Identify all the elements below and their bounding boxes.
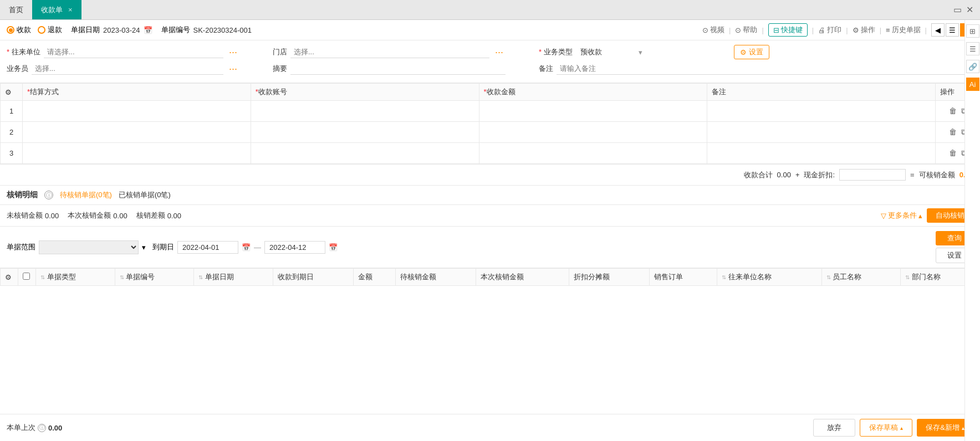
- checkbox-header[interactable]: [18, 269, 36, 286]
- row-3-amount-input[interactable]: [479, 143, 707, 163]
- row-2-amount[interactable]: [479, 122, 707, 143]
- date-from-input[interactable]: [177, 241, 238, 254]
- gear-header[interactable]: ⚙: [1, 84, 23, 101]
- save-draft-button[interactable]: 保存草稿: [860, 419, 912, 437]
- row-2-amount-input[interactable]: [479, 122, 707, 142]
- range-chevron[interactable]: [142, 243, 146, 252]
- biz-type-arrow[interactable]: [639, 48, 642, 57]
- print-link[interactable]: 🖨 打印: [818, 25, 841, 35]
- tab-bar-right: ▭ ✕: [953, 4, 980, 15]
- row-3-settlement[interactable]: [23, 143, 251, 164]
- row-2-remark[interactable]: [707, 122, 936, 143]
- staff-more-icon[interactable]: ···: [227, 64, 239, 74]
- operation-link[interactable]: ⚙ 操作: [853, 25, 875, 35]
- table-row: 2 🗑 ⧉: [1, 122, 980, 143]
- row-1-delete-btn[interactable]: 🗑: [949, 106, 957, 116]
- store-field: 门店 ···: [273, 46, 506, 58]
- video-link[interactable]: ⊙ 视频: [702, 25, 724, 35]
- history-link[interactable]: ≡ 历史单据: [886, 25, 921, 35]
- tab-active[interactable]: 收款单 ×: [32, 0, 81, 19]
- staff-input[interactable]: [32, 63, 223, 75]
- shortcut-button[interactable]: ⊟ 快捷键: [768, 23, 808, 37]
- writeoff-info-icon[interactable]: ⓘ: [44, 191, 53, 199]
- cal-from-icon[interactable]: 📅: [242, 243, 251, 252]
- row-1-settlement[interactable]: [23, 101, 251, 122]
- row-2-delete-btn[interactable]: 🗑: [949, 127, 957, 137]
- bottom-info-icon[interactable]: ⓘ: [38, 424, 46, 432]
- prev-label: 本单上次: [7, 423, 35, 433]
- help-link[interactable]: ⊙ 帮助: [735, 25, 757, 35]
- sidebar-link-icon[interactable]: 🔗: [966, 60, 979, 73]
- table-gear-icon[interactable]: ⚙: [5, 88, 12, 96]
- row-1-remark[interactable]: [707, 101, 936, 122]
- radio-tuikuan-label: 退款: [48, 25, 62, 35]
- party-more-icon[interactable]: ···: [227, 47, 239, 57]
- row-2-account-input[interactable]: [251, 122, 479, 142]
- cal-to-icon[interactable]: 📅: [329, 243, 338, 252]
- discard-button[interactable]: 放弃: [813, 419, 855, 437]
- more-conditions-btn[interactable]: ▽ 更多条件: [881, 211, 922, 221]
- date-field: 单据日期 2023-03-24 📅: [71, 25, 152, 35]
- calendar-icon[interactable]: 📅: [144, 26, 152, 34]
- pending-tab[interactable]: 待核销单据(0笔): [60, 190, 112, 200]
- current-value: 0.00: [113, 212, 127, 220]
- date-to-input[interactable]: [264, 241, 325, 254]
- settings-button[interactable]: ⚙ 设置: [734, 45, 769, 59]
- writeoff-section: 核销明细 ⓘ 待核销单据(0笔) 已核销单据(0笔) 未核销金额 0.00 本次…: [0, 186, 980, 414]
- sidebar-table-icon[interactable]: ⊞: [966, 24, 979, 38]
- row-3-remark[interactable]: [707, 143, 936, 164]
- row-3-account[interactable]: [251, 143, 479, 164]
- radio-tuikuan[interactable]: 退款: [38, 25, 62, 35]
- row-1-account-input[interactable]: [251, 101, 479, 121]
- row-3-delete-btn[interactable]: 🗑: [949, 148, 957, 158]
- lower-table-wrap: ⚙ ⇅ 单据类型 ⇅ 单据编号: [0, 268, 980, 414]
- row-3-remark-input[interactable]: [707, 143, 935, 163]
- row-1-amount[interactable]: [479, 101, 707, 122]
- remark-header: 备注: [707, 84, 936, 101]
- window-close-icon[interactable]: ✕: [966, 4, 973, 15]
- staff-label: 业务员: [7, 64, 28, 74]
- party-input[interactable]: [44, 46, 223, 58]
- row-3-account-input[interactable]: [251, 143, 479, 163]
- unverified-value: 0.00: [45, 212, 59, 220]
- summary-input[interactable]: [290, 63, 506, 75]
- row-3-settlement-input[interactable]: [23, 143, 251, 163]
- tab-close-icon[interactable]: ×: [68, 6, 73, 14]
- tab-home[interactable]: 首页: [0, 0, 32, 19]
- summary-field: 摘要: [273, 63, 506, 75]
- number-field: 单据编号 SK-20230324-001: [161, 25, 252, 35]
- window-restore-icon[interactable]: ▭: [953, 4, 962, 15]
- done-tab[interactable]: 已核销单据(0笔): [119, 190, 171, 200]
- row-2-remark-input[interactable]: [707, 122, 935, 142]
- row-1-settlement-input[interactable]: [23, 101, 251, 121]
- sidebar-list-icon[interactable]: ☰: [966, 42, 979, 55]
- party-label: * 往来单位: [7, 47, 40, 57]
- sidebar-ai-icon[interactable]: Ai: [966, 78, 979, 91]
- row-1-amount-input[interactable]: [479, 101, 707, 121]
- unverified-stat: 未核销金额 0.00: [7, 211, 59, 221]
- row-3-amount[interactable]: [479, 143, 707, 164]
- select-all-checkbox[interactable]: [23, 273, 30, 280]
- row-1-remark-input[interactable]: [707, 101, 935, 121]
- store-more-icon[interactable]: ···: [493, 47, 506, 57]
- row-2-settlement[interactable]: [23, 122, 251, 143]
- number-label: 单据编号: [161, 25, 190, 35]
- lower-gear-icon[interactable]: ⚙: [5, 273, 12, 281]
- remark-field: 备注: [539, 63, 973, 75]
- date-label: 单据日期: [71, 25, 100, 35]
- view-list-btn[interactable]: ◀: [931, 23, 945, 37]
- row-2-account[interactable]: [251, 122, 479, 143]
- discount-input[interactable]: [839, 169, 906, 181]
- remark-input[interactable]: [557, 63, 973, 75]
- history-icon: ≡: [886, 26, 890, 34]
- radio-shouquan[interactable]: 收款: [7, 25, 31, 35]
- save-draft-arrow: [900, 425, 903, 431]
- row-1-account[interactable]: [251, 101, 479, 122]
- range-select[interactable]: [39, 240, 139, 254]
- row-2-settlement-input[interactable]: [23, 122, 251, 142]
- store-input[interactable]: [290, 46, 489, 58]
- view-grid-btn[interactable]: ☰: [946, 23, 959, 37]
- writeoff-title: 核销明细: [7, 190, 38, 200]
- diff-label: 核销差额: [136, 211, 165, 221]
- lower-gear-header[interactable]: ⚙: [1, 269, 18, 286]
